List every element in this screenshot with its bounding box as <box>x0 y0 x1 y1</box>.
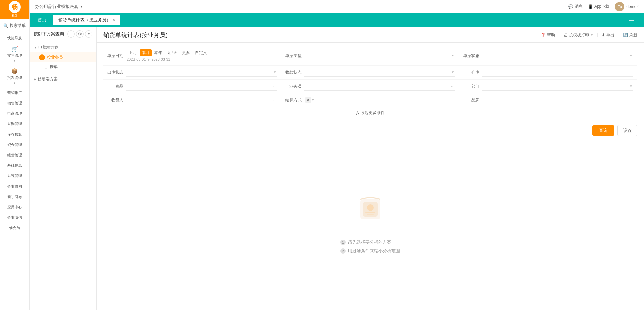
settlement-control[interactable]: × ▼ <box>304 96 455 104</box>
date-label: 单据日期 <box>107 53 126 59</box>
product-dots-icon[interactable]: ··· <box>273 84 277 89</box>
refresh-button[interactable]: 🔄 刷新 <box>623 32 637 38</box>
sidebar-item-ecommerce[interactable]: 电商管理 <box>0 108 29 119</box>
scheme-group-mobile: ▶ 移动端方案 <box>30 73 96 85</box>
scheme-group-mobile-title[interactable]: ▶ 移动端方案 <box>30 74 96 84</box>
salesperson-dots-icon[interactable]: ··· <box>451 84 454 89</box>
filter-receiptstatus-cell: 收款状态 ▼ <box>281 66 460 80</box>
scheme-group-desktop-title[interactable]: ▼ 电脑端方案 <box>30 43 96 52</box>
help-icon: ❓ <box>541 33 546 37</box>
add-scheme-button[interactable]: + <box>67 30 75 38</box>
empty-state: 1 请先选择要分析的方案 2 用过滤条件来缩小分析范围 <box>97 139 644 310</box>
receiptstatus-control[interactable]: ▼ <box>304 68 455 77</box>
consignee-dots-icon[interactable]: ··· <box>273 98 277 102</box>
product-control[interactable]: ··· <box>126 82 277 91</box>
brand-dots-icon[interactable]: ··· <box>629 98 633 102</box>
filter-brand-cell: 品牌 ··· <box>459 93 637 107</box>
outstatus-control[interactable]: ▼ <box>126 68 277 77</box>
filter-row-3: 商品 ··· 业务员 ··· 部门 <box>103 80 637 93</box>
user-profile[interactable]: Ea demo2 <box>615 2 639 11</box>
date-btn-this-year[interactable]: 本年 <box>152 49 164 56</box>
scheme-item-by-salesperson[interactable]: ✓ 按业务员 <box>30 52 96 62</box>
tab-sales-stat[interactable]: 销货单统计表（按业务员） × <box>53 15 120 25</box>
department-dropdown-icon: ▼ <box>629 84 633 88</box>
svg-rect-3 <box>365 212 375 213</box>
message-icon: 💬 <box>568 4 573 9</box>
sidebar-item-sales[interactable]: 销售管理 <box>0 98 29 108</box>
sidebar-item-wechat[interactable]: 企业微信 <box>0 212 29 223</box>
tab-home[interactable]: 首页 <box>32 15 52 25</box>
settlement-label: 结算方式 <box>285 97 304 103</box>
app-download-button[interactable]: 📱 App下载 <box>588 4 609 9</box>
query-button[interactable]: 查询 <box>592 125 614 136</box>
warehouse-control[interactable]: ··· <box>482 68 633 77</box>
scheme-group-mobile-arrow: ▶ <box>34 77 36 81</box>
search-menu-button[interactable]: 🔍 搜索菜单 <box>2 21 27 30</box>
filter-row-2: 出库状态 ▼ 收款状态 ▼ 仓库 <box>103 66 637 80</box>
date-btn-custom[interactable]: 自定义 <box>193 49 209 56</box>
settlement-tag-close[interactable]: × <box>307 98 309 102</box>
sidebar-item-marketing[interactable]: 营销推广 <box>0 88 29 98</box>
maximize-button[interactable]: ⛶ <box>637 17 641 23</box>
wholesale-icon: 📦 <box>1 68 28 74</box>
message-button[interactable]: 💬 消息 <box>568 4 583 9</box>
filter-product-cell: 商品 ··· <box>103 80 281 93</box>
brand-control[interactable]: ··· <box>482 96 633 104</box>
empty-hints: 1 请先选择要分析的方案 2 用过滤条件来缩小分析范围 <box>340 239 400 257</box>
scheme-settings-button[interactable]: ⚙ <box>76 30 84 38</box>
scheme-panel-actions: + ⚙ « <box>67 30 92 38</box>
sidebar-item-basic[interactable]: 基础信息 <box>0 160 29 171</box>
docstatus-label: 单据状态 <box>463 53 482 59</box>
date-range-display: 2023-03-01 至 2023-03-31 <box>127 57 170 62</box>
consignee-control[interactable]: ··· <box>126 96 277 104</box>
date-btn-more[interactable]: 更多 <box>180 49 192 56</box>
logo-text: 标版 <box>12 14 18 18</box>
sidebar-item-member[interactable]: 畅会员 <box>0 223 29 233</box>
sidebar-quick-nav[interactable]: 快捷导航 <box>0 33 29 43</box>
receiptstatus-dropdown-icon: ▼ <box>451 70 454 74</box>
svg-point-2 <box>367 204 374 211</box>
sidebar-item-finance[interactable]: 资金管理 <box>0 140 29 150</box>
brand-label: 品牌 <box>463 97 482 103</box>
date-control[interactable]: 上月 本月 本年 近7天 更多 自定义 2023-03-01 至 2023-03… <box>126 48 277 63</box>
scheme-panel-title: 按以下方案查询 <box>34 31 65 37</box>
sidebar-item-system[interactable]: 系统管理 <box>0 171 29 181</box>
sidebar-item-newbie[interactable]: 新手引导 <box>0 192 29 202</box>
department-control[interactable]: ▼ <box>482 82 633 91</box>
hint-item-2: 2 用过滤条件来缩小分析范围 <box>340 248 400 254</box>
sidebar-item-business[interactable]: 经营管理 <box>0 150 29 160</box>
template-print-button[interactable]: 🖨 按模板打印 ▼ <box>564 32 593 38</box>
username-label: demo2 <box>626 4 639 9</box>
print-icon: 🖨 <box>564 33 568 37</box>
collapse-panel-button[interactable]: « <box>85 30 92 38</box>
sidebar-item-appstore[interactable]: 应用中心 <box>0 202 29 212</box>
minimize-button[interactable]: — <box>629 17 634 23</box>
warehouse-dots-icon[interactable]: ··· <box>629 70 633 75</box>
chevron-down-icon: ▼ <box>13 59 16 62</box>
date-btn-this-month[interactable]: 本月 <box>140 49 152 56</box>
doctype-control[interactable]: ▼ <box>304 51 455 60</box>
sidebar-item-purchase[interactable]: 采购管理 <box>0 119 29 129</box>
hint-num-1: 1 <box>340 240 346 245</box>
tab-close-button[interactable]: × <box>113 18 115 22</box>
sidebar-item-retail[interactable]: 🛒 零售管理 ▼ <box>0 43 29 65</box>
scheme-subitem-by-order[interactable]: ⊞ 按单 <box>30 62 96 71</box>
filter-row-1: 单据日期 上月 本月 本年 近7天 更多 自定义 2023-03-01 至 20… <box>103 46 637 66</box>
scheme-subitem-icon: ⊞ <box>44 65 48 69</box>
collapse-filter-button[interactable]: ⋀ 收起更多条件 <box>356 110 385 116</box>
sidebar-item-wholesale[interactable]: 📦 批发管理 ▲ <box>0 65 29 88</box>
docstatus-control[interactable]: ▼ <box>482 51 633 60</box>
sidebar-item-inventory[interactable]: 库存核算 <box>0 129 29 140</box>
outstatus-dropdown-icon: ▼ <box>273 70 277 74</box>
salesperson-control[interactable]: ··· <box>304 82 455 91</box>
date-btn-7days[interactable]: 近7天 <box>165 49 179 56</box>
date-btn-last-month[interactable]: 上月 <box>127 49 139 56</box>
export-icon: ⬇ <box>602 33 605 37</box>
app-selector[interactable]: 办公用品行业模拟账套 ▼ <box>35 4 83 10</box>
settlement-tag: × <box>305 97 311 103</box>
settings-button[interactable]: 设置 <box>617 125 637 136</box>
sidebar-item-corp[interactable]: 企业协同 <box>0 181 29 192</box>
export-button[interactable]: ⬇ 导出 <box>602 32 614 38</box>
collapse-up-icon: ⋀ <box>356 111 359 115</box>
help-button[interactable]: ❓ 帮助 <box>541 32 555 38</box>
